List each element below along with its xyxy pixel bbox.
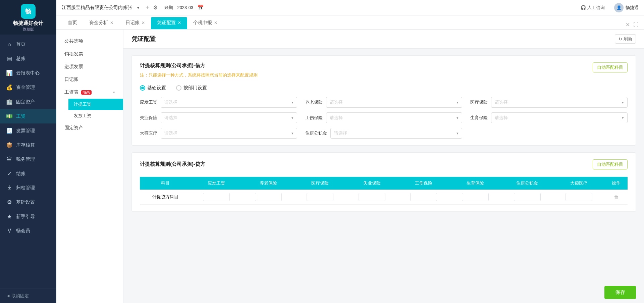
unemployment-select[interactable]: 请选择 ▾ <box>161 112 297 123</box>
add-account-button[interactable]: + <box>146 4 149 11</box>
tab-diary-close[interactable]: ✕ <box>142 21 145 25</box>
page-title: 凭证配置 <box>131 35 156 43</box>
menu-pay-salary[interactable]: 发放工资 <box>68 110 123 121</box>
row-housing-input[interactable] <box>514 193 541 201</box>
large-medical-select[interactable]: 请选择 ▾ <box>161 128 297 139</box>
sidebar-unpin[interactable]: ◄ 取消固定 <box>0 289 56 303</box>
headset-icon: 🎧 <box>581 5 586 10</box>
guide-icon: ★ <box>6 213 13 220</box>
company-dropdown-icon[interactable]: ▼ <box>136 5 140 10</box>
menu-public[interactable]: 公共选项 <box>56 35 123 48</box>
sidebar-item-label: 资金管理 <box>16 85 35 91</box>
tab-fund-close[interactable]: ✕ <box>110 21 113 25</box>
pension-label: 养老保险 <box>305 99 323 105</box>
housing-select[interactable]: 请选择 ▾ <box>330 128 463 139</box>
tab-fund[interactable]: 资金分析 ✕ <box>83 17 119 29</box>
chevron-down-icon: ▾ <box>291 131 293 136</box>
tab-tax-close[interactable]: ✕ <box>214 21 217 25</box>
sidebar-item-checkout[interactable]: ✓ 结账 <box>0 166 56 181</box>
maternity-label: 生育保险 <box>470 115 488 121</box>
sidebar-item-salary[interactable]: 💵 工资 <box>0 109 56 123</box>
sidebar-item-invoice[interactable]: 🧾 发票管理 <box>0 123 56 138</box>
calendar-icon[interactable]: 📅 <box>197 4 204 11</box>
menu-diary[interactable]: 日记账 <box>56 73 123 86</box>
row-medical-input[interactable] <box>307 193 333 201</box>
tab-tax[interactable]: 个税申报 ✕ <box>187 17 223 29</box>
sidebar-nav: ⌂ 首页 ▤ 总账 📊 云报表中心 💰 资金管理 🏢 固定资产 💵 工资 🧾 发… <box>0 35 56 289</box>
tab-diary[interactable]: 日记账 ✕ <box>119 17 151 29</box>
sidebar-item-guide[interactable]: ★ 新手引导 <box>0 209 56 224</box>
tab-home[interactable]: 首页 <box>62 17 83 29</box>
refresh-button[interactable]: ↻ 刷新 <box>615 34 636 44</box>
sidebar-item-stock[interactable]: 📦 库存核算 <box>0 138 56 152</box>
maternity-select[interactable]: 请选择 ▾ <box>491 112 628 123</box>
radio-dept-circle <box>176 85 181 91</box>
pension-select[interactable]: 请选择 ▾ <box>326 97 463 108</box>
housing-label: 住房公积金 <box>305 130 327 136</box>
th-large-medical: 大额医疗 <box>553 177 605 190</box>
row-unemployment-input[interactable] <box>359 193 385 201</box>
sidebar-item-ledger[interactable]: ▤ 总账 <box>0 51 56 66</box>
row-injury-input[interactable] <box>410 193 437 201</box>
radio-basic-circle <box>140 85 145 91</box>
th-maternity: 生育保险 <box>449 177 501 190</box>
menu-fixed-asset[interactable]: 固定资产 <box>56 121 123 134</box>
debit-section-title: 计提核算规则(公司承担)-借方 <box>140 62 258 69</box>
field-apply-salary: 应发工资 请选择 ▾ <box>140 97 297 108</box>
username: 畅捷通 <box>626 5 639 11</box>
sidebar-item-basic[interactable]: ⚙ 基础设置 <box>0 195 56 209</box>
stock-icon: 📦 <box>6 142 13 148</box>
sidebar-item-home[interactable]: ⌂ 首页 <box>0 37 56 51</box>
period-value: 2023-03 <box>177 5 193 10</box>
row-large-medical-input[interactable] <box>566 193 592 201</box>
avatar: 👤 <box>614 3 624 12</box>
sidebar-item-label: 结账 <box>16 171 25 177</box>
service-label: 人工咨询 <box>587 5 605 11</box>
radio-dept[interactable]: 按部门设置 <box>176 85 207 91</box>
service-button[interactable]: 🎧 人工咨询 <box>581 5 605 11</box>
basic-icon: ⚙ <box>6 199 13 205</box>
medical-select[interactable]: 请选择 ▾ <box>491 97 628 108</box>
row-pension-input[interactable] <box>255 193 282 201</box>
injury-select[interactable]: 请选择 ▾ <box>326 112 463 123</box>
user-menu[interactable]: 👤 畅捷通 <box>614 3 639 12</box>
th-housing: 住房公积金 <box>501 177 553 190</box>
menu-calc-salary[interactable]: 计提工资 <box>68 99 123 110</box>
sidebar-item-reports[interactable]: 📊 云报表中心 <box>0 66 56 80</box>
sidebar-item-fund[interactable]: 💰 资金管理 <box>0 80 56 95</box>
maximize-icon[interactable]: ⛶ <box>633 22 639 28</box>
sidebar-item-label: 工资 <box>16 113 25 119</box>
tabbar: 首页 资金分析 ✕ 日记账 ✕ 凭证配置 ✕ 个税申报 ✕ ✕ ⛶ <box>56 15 644 30</box>
menu-purchase[interactable]: 进项发票 <box>56 60 123 73</box>
medical-label: 医疗保险 <box>470 99 488 105</box>
credit-auto-match-button[interactable]: 自动匹配科目 <box>593 159 628 169</box>
sidebar-item-archive[interactable]: 🗄 归档管理 <box>0 181 56 195</box>
th-apply-salary: 应发工资 <box>191 177 242 190</box>
menu-sales[interactable]: 销项发票 <box>56 48 123 60</box>
sidebar-item-vip[interactable]: V 畅会员 <box>0 224 56 238</box>
tab-voucher-close[interactable]: ✕ <box>178 21 181 25</box>
th-subject: 科目 <box>140 177 191 190</box>
close-tab-icon[interactable]: ✕ <box>626 21 630 28</box>
vip-icon: V <box>6 228 13 234</box>
sidebar-item-fixed[interactable]: 🏢 固定资产 <box>0 95 56 109</box>
tab-voucher[interactable]: 凭证配置 ✕ <box>151 17 187 29</box>
apply-salary-select[interactable]: 请选择 ▾ <box>161 97 297 108</box>
scroll-area: 计提核算规则(公司承担)-借方 注：只能选择一种方式，系统将按照您当前的选择来配… <box>123 49 644 282</box>
chevron-down-icon: ▾ <box>291 100 293 105</box>
tab-fund-label: 资金分析 <box>89 20 108 26</box>
settings-icon[interactable]: ⚙ <box>153 4 158 11</box>
radio-dept-label: 按部门设置 <box>183 85 207 91</box>
save-button[interactable]: 保存 <box>604 286 636 299</box>
row-action-cell: 🗑 <box>605 190 628 205</box>
row-maternity-input[interactable] <box>462 193 489 201</box>
radio-basic[interactable]: 基础设置 <box>140 85 166 91</box>
menu-salary-group[interactable]: 工资表 NEW ▾ <box>56 86 123 99</box>
row-apply-salary-input[interactable] <box>203 193 230 201</box>
row-delete-icon[interactable]: 🗑 <box>614 194 619 200</box>
debit-auto-match-button[interactable]: 自动匹配科目 <box>593 62 628 72</box>
table-row: 计提贷方科目 🗑 <box>140 190 628 205</box>
sidebar-item-tax[interactable]: 🏛 税务管理 <box>0 152 56 166</box>
sidebar-item-label: 税务管理 <box>16 156 35 162</box>
row-unemployment-cell <box>346 190 397 205</box>
